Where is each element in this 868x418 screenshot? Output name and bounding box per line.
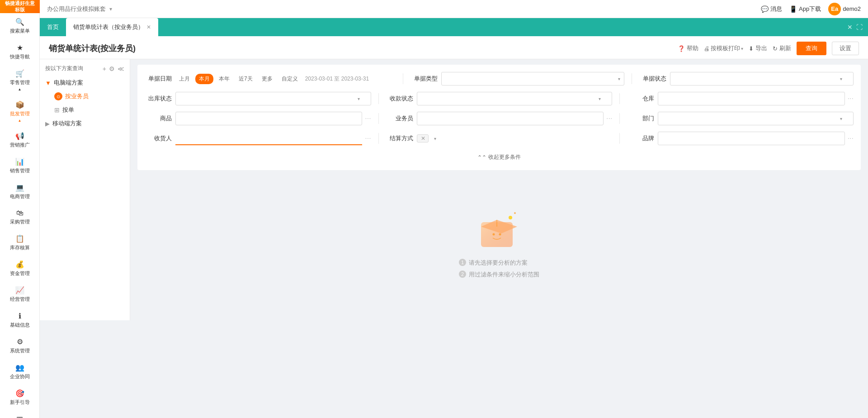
salesperson-field: ··· [417,112,613,125]
receipt-status-arrow-icon: ▾ [599,96,601,101]
tab-close-icon[interactable]: ✕ [146,24,151,30]
svg-point-2 [514,212,516,214]
order-icon: ⊞ [54,106,60,114]
sidebar-item-经营管理[interactable]: 📈经营管理 [10,281,30,307]
date-tab-this-year[interactable]: 本年 [215,74,233,84]
settlement-clear-icon[interactable]: ✕ [421,135,425,142]
export-btn[interactable]: ⬇ 导出 [749,44,767,52]
doc-type-arrow-icon: ▾ [618,76,620,81]
brand-label: 品牌 [627,134,654,142]
date-range-display: 2023-03-01 至 2023-03-31 [305,75,369,83]
collapse-panel-icon[interactable]: ≪ [118,65,124,72]
add-scheme-icon[interactable]: + [103,65,106,72]
tab-close-window-icon[interactable]: ✕ [847,24,853,31]
filter-row-1: 单据日期 上月 本月 本年 近7天 更多 自定义 2023-03-01 至 20… [145,72,854,86]
tab-expand-icon[interactable]: ⛶ [856,24,863,31]
svg-point-1 [509,216,512,219]
svg-point-3 [493,233,495,236]
warehouse-dots-icon[interactable]: ··· [848,95,854,103]
sidebar-item-采购管理[interactable]: 🛍采购管理 [10,204,30,230]
brand-dots-icon[interactable]: ··· [848,134,854,142]
settlement-select[interactable]: ▾ [430,132,613,145]
print-icon: 🖨 [704,45,710,52]
salesperson-dots-icon[interactable]: ··· [606,114,612,123]
warehouse-input[interactable] [658,92,844,105]
receiver-input[interactable] [175,132,362,145]
sidebar-item-电商管理[interactable]: 💻电商管理 [10,179,30,204]
brand-input[interactable] [658,132,844,145]
date-tab-last-month[interactable]: 上月 [175,74,193,84]
topbar-dropdown-icon[interactable]: ▾ [109,6,112,12]
sidebar-item-营销推广[interactable]: 📢营销推广 [10,127,30,153]
page-content: 销货单统计表(按业务员) ❓ 帮助 🖨 按模板打印 ▾ ⬇ 导出 ↻ 刷新 [40,36,868,418]
tab-sales-stat-label: 销货单统计表（按业务员） [73,23,144,31]
sidebar-item-资金管理[interactable]: 💰资金管理 [10,256,30,281]
date-tab-7days[interactable]: 近7天 [235,74,256,84]
empty-state: 1 请先选择要分析的方案 2 用过滤条件来缩小分析范围 [137,170,861,315]
settings-scheme-icon[interactable]: ⚙ [109,65,115,72]
filter-row-2: 出库状态 ▾ 收款状态 ▾ [145,92,854,105]
tab-home[interactable]: 首页 [40,18,66,36]
receiver-dots-icon[interactable]: ··· [365,134,371,142]
help-label: 帮助 [687,44,698,52]
out-status-select[interactable]: ▾ [175,92,371,105]
setting-button[interactable]: 设置 [832,42,859,55]
tree-section-mobile-label: 移动端方案 [52,119,82,128]
menu-label-0: 搜索菜单 [10,28,30,34]
receipt-status-label: 收款状态 [386,95,413,103]
sidebar-item-新手引导[interactable]: 🎯新手引导 [10,385,30,410]
collapse-btn[interactable]: ⌃⌃ 收起更多条件 [472,152,526,163]
query-button[interactable]: 查询 [797,42,826,55]
sidebar-item-系统管理[interactable]: ⚙系统管理 [10,333,30,359]
help-btn[interactable]: ❓ 帮助 [678,44,698,52]
sidebar-item-基础信息[interactable]: ℹ基础信息 [10,307,30,333]
menu-icon-15: ▦ [16,415,23,418]
sidebar-item-零售管理[interactable]: 🛒零售管理▲ [10,65,30,96]
salesperson-input[interactable] [417,112,604,125]
tree-item-by-salesperson[interactable]: ⊙ 按业务员 [40,90,130,103]
doc-status-select[interactable]: ▾ [670,72,854,86]
sidebar-item-企业协同[interactable]: 👥企业协同 [10,359,30,385]
goods-label: 商品 [145,114,172,123]
sidebar-item-批发管理[interactable]: 📦批发管理▲ [10,96,30,127]
doc-type-select[interactable]: ▾ [441,72,625,86]
app-download-btn[interactable]: 📱 App下载 [789,5,821,13]
sidebar-item-应用中心[interactable]: ▦应用中心 [10,410,30,418]
user-menu[interactable]: Ea demo2 [828,3,861,15]
menu-label-2: 零售管理 [10,79,30,86]
topbar-right: 💬 消息 📱 App下载 Ea demo2 [761,3,861,15]
logo-text: 畅捷通好生意 [5,0,35,6]
tree-section-desktop[interactable]: ▼ 电脑端方案 [40,76,130,90]
date-tab-custom[interactable]: 自定义 [278,74,302,84]
menu-label-11: 基础信息 [10,322,30,328]
goods-dots-icon[interactable]: ··· [365,114,371,123]
message-btn[interactable]: 💬 消息 [761,5,782,13]
doc-status-label: 单据状态 [639,75,666,83]
template-print-btn[interactable]: 🖨 按模板打印 ▾ [704,44,743,52]
tree-section-mobile[interactable]: ▶ 移动端方案 [40,117,130,130]
sidebar-item-销售管理[interactable]: 📊销售管理 [10,153,30,179]
receipt-status-select[interactable]: ▾ [417,92,613,105]
receiver-field: ··· [175,132,371,145]
doc-type-label: 单据类型 [410,75,438,83]
dept-select[interactable]: ▾ [658,112,854,125]
sidebar-item-快捷导航[interactable]: ★快捷导航 [10,39,30,65]
date-tab-this-month[interactable]: 本月 [195,74,213,84]
menu-label-5: 销售管理 [10,167,30,174]
menu-icon-3: 📦 [15,100,24,109]
menu-icon-14: 🎯 [15,389,24,398]
tree-item-salesperson-label: 按业务员 [65,92,89,100]
goods-field: ··· [175,112,371,125]
tree-item-by-order[interactable]: ⊞ 按单 [40,103,130,117]
menu-icon-4: 📢 [15,132,24,140]
user-label: demo2 [843,5,861,12]
tab-sales-stat[interactable]: 销货单统计表（按业务员） ✕ [66,18,158,36]
date-label: 单据日期 [145,75,172,83]
refresh-btn[interactable]: ↻ 刷新 [773,44,791,52]
sidebar-item-搜索菜单[interactable]: 🔍搜索菜单 [10,13,30,39]
date-tab-more[interactable]: 更多 [258,74,276,84]
goods-input[interactable] [175,112,362,125]
sidebar-item-库存核算[interactable]: 📋库存核算 [10,230,30,256]
divider-4 [619,93,620,104]
doc-type-field: ▾ [441,72,625,86]
